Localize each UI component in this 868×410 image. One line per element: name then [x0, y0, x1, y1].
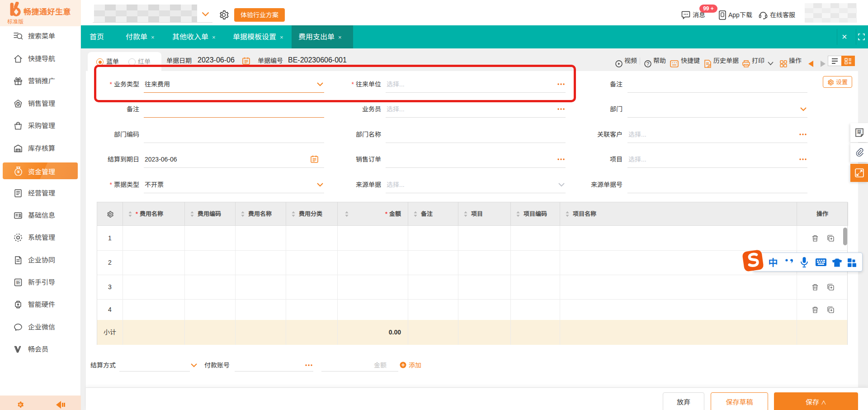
svg-text:草: 草	[857, 128, 862, 135]
svg-text:$: $	[17, 102, 19, 105]
svg-text:?: ?	[646, 61, 649, 67]
svg-text:新: 新	[16, 279, 20, 286]
